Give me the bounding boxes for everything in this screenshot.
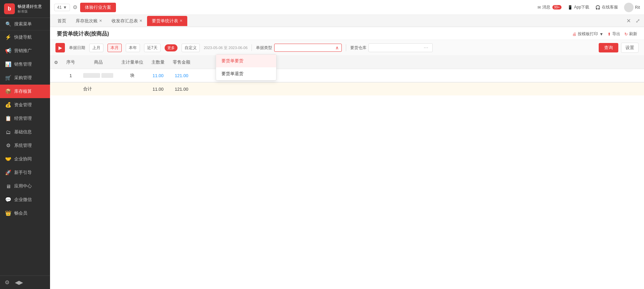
col-settings-header[interactable]: ⚙ xyxy=(50,56,62,69)
system-icon: ⚙ xyxy=(5,142,11,149)
tabs-expand-btn[interactable]: ⤢ xyxy=(634,17,641,25)
trial-btn[interactable]: 体验行业方案 xyxy=(80,3,116,12)
amount-link[interactable]: 121.00 xyxy=(175,73,188,78)
tab-receive-summary-close[interactable]: ✕ xyxy=(139,19,142,23)
logo-sub: 标准版 xyxy=(18,9,42,14)
dropdown-item-order-request[interactable]: 要货单要货 xyxy=(216,54,276,67)
sidebar-item-marketing[interactable]: 📢 营销推广 xyxy=(0,44,50,58)
qty-link[interactable]: 11.00 xyxy=(152,73,164,78)
sidebar-item-basic[interactable]: 🗂 基础信息 xyxy=(0,125,50,139)
sidebar-item-purchase[interactable]: 🛒 采购管理 xyxy=(0,71,50,85)
query-btn[interactable]: 查询 xyxy=(599,43,618,52)
sidebar: b 畅捷通好生意 标准版 🔍 搜索菜单 ⚡ 快捷导航 📢 营销推广 📊 销售管理… xyxy=(0,0,50,289)
page-header-actions: 🖨 按模板打印 ▼ ⬆ 导出 ↻ 刷新 xyxy=(572,31,637,37)
appstore-icon: 🖥 xyxy=(5,183,11,190)
settings-bottom-icon[interactable]: ⚙ xyxy=(5,279,9,286)
sidebar-item-inventory[interactable]: 📦 库存核算 xyxy=(0,85,50,98)
col-amount-header: 零售金额 xyxy=(169,56,194,69)
sidebar-item-label: 经营管理 xyxy=(14,115,32,121)
type-filter-input-wrap[interactable]: ∧ xyxy=(274,44,342,52)
sidebar-item-sales[interactable]: 📊 销售管理 xyxy=(0,58,50,71)
date-btn-more[interactable]: 更多 xyxy=(165,44,177,51)
message-badge: 99+ xyxy=(552,5,562,9)
printer-icon: 🖨 xyxy=(572,32,576,37)
warehouse-filter-input-wrap[interactable]: ··· xyxy=(368,43,432,52)
tab-home[interactable]: 首页 xyxy=(53,16,71,26)
sidebar-item-enterprise[interactable]: 🤝 企业协同 xyxy=(0,152,50,166)
app-download-item[interactable]: 📱 App下载 xyxy=(568,4,589,10)
wechat-icon: 💬 xyxy=(5,196,11,203)
avatar xyxy=(624,3,634,12)
page-content: 要货单统计表(按商品) 🖨 按模板打印 ▼ ⬆ 导出 ↻ 刷新 ▶ xyxy=(50,27,644,289)
date-btn-last-7[interactable]: 近7天 xyxy=(144,44,161,52)
dropdown-item-order-return[interactable]: 要货单退货 xyxy=(216,67,276,80)
tab-order-summary[interactable]: 要货单统计表 ✕ xyxy=(147,16,187,26)
date-btn-last-month[interactable]: 上月 xyxy=(89,44,103,52)
type-dropdown: 要货单要货 要货单退货 xyxy=(216,54,277,81)
row-settings-cell xyxy=(50,69,62,83)
date-btn-this-month[interactable]: 本月 xyxy=(108,44,122,52)
enterprise-icon: 🤝 xyxy=(5,156,11,162)
app-download-label: App下载 xyxy=(574,4,589,10)
tab-inventory-batch[interactable]: 库存批次账 ✕ xyxy=(71,16,107,26)
sidebar-nav: ⚡ 快捷导航 📢 营销推广 📊 销售管理 🛒 采购管理 📦 库存核算 💰 资金管… xyxy=(0,30,50,275)
user-avatar-item[interactable]: Rit xyxy=(624,3,640,12)
topbar-selector[interactable]: 41 ▼ xyxy=(54,4,70,11)
export-btn[interactable]: ⬆ 导出 xyxy=(607,31,620,37)
sidebar-item-wechat[interactable]: 💬 企业微信 xyxy=(0,193,50,206)
footer-extra-cell xyxy=(194,82,644,95)
table-row: 1 块 11.00 121.00 xyxy=(50,69,644,83)
template-print-btn[interactable]: 🖨 按模板打印 ▼ xyxy=(572,31,603,37)
sidebar-item-finance[interactable]: 💰 资金管理 xyxy=(0,98,50,112)
topbar-gear-icon[interactable]: ⚙ xyxy=(73,4,77,10)
selector-value: 41 xyxy=(57,5,62,10)
warehouse-filter-input[interactable] xyxy=(372,45,422,50)
message-item[interactable]: ✉ 消息 99+ xyxy=(538,4,562,10)
sidebar-item-label: 应用中心 xyxy=(14,183,32,189)
footer-settings-cell xyxy=(50,82,62,95)
sidebar-item-label: 营销推广 xyxy=(14,48,32,54)
sidebar-item-quick-nav[interactable]: ⚡ 快捷导航 xyxy=(0,30,50,44)
sales-icon: 📊 xyxy=(5,61,11,68)
sidebar-item-label: 企业协同 xyxy=(14,156,32,162)
sidebar-search-label: 搜索菜单 xyxy=(14,21,32,27)
type-filter-chevron-icon[interactable]: ∧ xyxy=(335,45,339,50)
filter-bar: ▶ 单据日期 上月 本月 本年 近7天 更多 自定义 2023-05-06 至 … xyxy=(50,40,644,56)
sidebar-item-appstore[interactable]: 🖥 应用中心 xyxy=(0,179,50,193)
product-cell-inner xyxy=(83,73,113,78)
tab-order-summary-close[interactable]: ✕ xyxy=(180,19,183,23)
sidebar-item-label: 新手引导 xyxy=(14,170,32,176)
filter-divider-2 xyxy=(346,44,346,51)
warehouse-filter-dots-icon[interactable]: ··· xyxy=(422,45,429,51)
col-no-header: 序号 xyxy=(62,56,79,69)
row-unit-cell: 块 xyxy=(117,69,147,83)
tabs-close-btn[interactable]: ✕ xyxy=(625,17,632,25)
collapse-icon[interactable]: ◀▶ xyxy=(15,279,23,286)
topbar: 41 ▼ ⚙ 体验行业方案 ✉ 消息 99+ 📱 App下载 🎧 在线客服 R xyxy=(50,0,644,15)
sidebar-item-vip[interactable]: 👑 畅会员 xyxy=(0,206,50,220)
search-icon: 🔍 xyxy=(5,21,11,27)
tab-receive-summary[interactable]: 收发存汇总表 ✕ xyxy=(107,16,147,26)
settings-btn[interactable]: 设置 xyxy=(621,43,639,53)
date-range-text: 2023-05-06 至 2023-06-06 xyxy=(204,45,248,50)
date-btn-custom[interactable]: 自定义 xyxy=(182,44,200,52)
refresh-label: 刷新 xyxy=(629,31,637,37)
main-wrapper: 41 ▼ ⚙ 体验行业方案 ✉ 消息 99+ 📱 App下载 🎧 在线客服 R xyxy=(50,0,644,289)
tab-inventory-batch-close[interactable]: ✕ xyxy=(99,19,102,23)
purchase-icon: 🛒 xyxy=(5,74,11,81)
type-filter-label: 单据类型 xyxy=(256,45,272,51)
row-qty-cell: 11.00 xyxy=(147,69,169,83)
filter-expand-btn[interactable]: ▶ xyxy=(55,43,65,52)
sidebar-item-guide[interactable]: 🚀 新手引导 xyxy=(0,166,50,179)
product-placeholder-2 xyxy=(101,73,113,78)
sidebar-item-operations[interactable]: 📋 经营管理 xyxy=(0,112,50,125)
sidebar-search[interactable]: 🔍 搜索菜单 xyxy=(0,18,50,30)
refresh-btn[interactable]: ↻ 刷新 xyxy=(624,31,637,37)
online-service-item[interactable]: 🎧 在线客服 xyxy=(595,4,618,10)
tab-home-label: 首页 xyxy=(57,18,66,24)
type-filter-input[interactable] xyxy=(277,45,335,50)
selector-chevron-icon: ▼ xyxy=(63,5,67,10)
sidebar-item-system[interactable]: ⚙ 系统管理 xyxy=(0,139,50,152)
message-icon: ✉ xyxy=(538,5,541,10)
date-btn-this-year[interactable]: 本年 xyxy=(126,44,140,52)
